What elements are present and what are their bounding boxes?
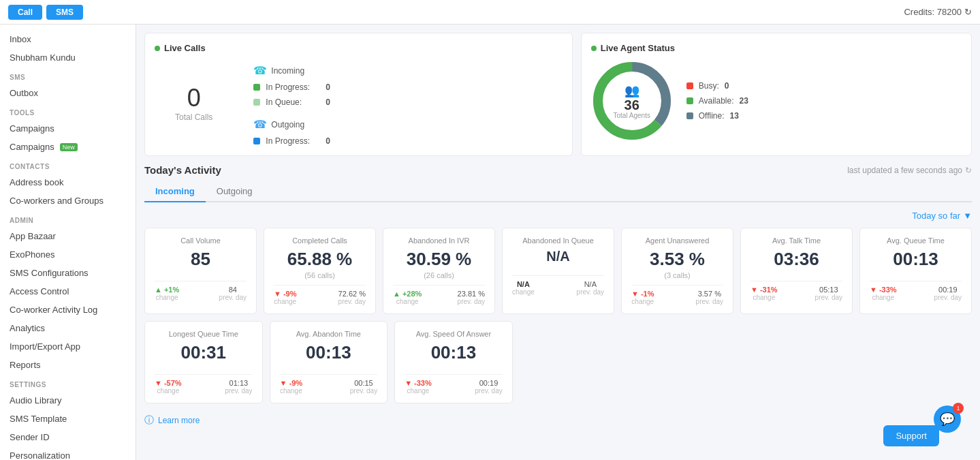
stat-change-label: change (280, 387, 302, 395)
last-updated: last updated a few seconds ago ↻ (847, 166, 972, 175)
sidebar-section-admin: ADMIN (0, 210, 136, 227)
in-queue-row: In Queue: 0 (253, 97, 330, 107)
refresh-icon[interactable]: ↻ (965, 166, 972, 175)
sidebar-item-personalization[interactable]: Personalization (0, 446, 136, 460)
sidebar-item-campaigns[interactable]: Campaigns (0, 119, 136, 138)
main-content: Live Calls 0 Total Calls ☎ Incoming (136, 25, 980, 460)
stat-card-footer: ▼ -57% change 01:13 prev. day (155, 374, 253, 395)
total-agents-number: 36 (613, 98, 650, 112)
change-col: N/A change (512, 280, 535, 296)
stat-card-value: 00:31 (155, 342, 253, 363)
busy-dot (686, 82, 693, 89)
stat-prev-label: prev. day (475, 387, 502, 395)
stat-card-value: 65.88 % (274, 249, 366, 270)
stat-change: ▼ -1% (631, 290, 654, 298)
stat-prev: 00:19 (938, 286, 958, 294)
sidebar-item-exophones[interactable]: ExoPhones (0, 245, 136, 264)
available-row: Available: 23 (686, 96, 748, 106)
sidebar-item-sms-template[interactable]: SMS Template (0, 410, 136, 428)
stat-card: Avg. Speed Of Answer 00:13 ▼ -33% change… (394, 321, 513, 403)
donut-center: 👥 36 Total Agents (613, 83, 650, 119)
stat-card-value: 3.53 % (631, 249, 723, 270)
support-button[interactable]: Support (883, 425, 939, 446)
total-calls-number: 0 (187, 84, 201, 112)
stat-card-value: 30.59 % (393, 249, 485, 270)
prev-col: 00:19 prev. day (934, 286, 962, 301)
live-dot (155, 46, 160, 51)
period-button[interactable]: Today so far ▼ (912, 211, 972, 221)
outgoing-in-progress-row: In Progress: 0 (253, 136, 330, 146)
sidebar-item-reports[interactable]: Reports (0, 356, 136, 374)
stat-card-title: Abandoned In IVR (393, 236, 485, 245)
chat-button[interactable]: 💬 1 (934, 405, 961, 433)
stat-change-label: change (872, 294, 894, 301)
stat-card-title: Call Volume (155, 236, 247, 245)
stat-prev-label: prev. day (458, 298, 485, 305)
call-button[interactable]: Call (8, 5, 42, 20)
sidebar-item-coworkers[interactable]: Co-workers and Groups (0, 191, 136, 210)
sidebar: Inbox Shubham Kundu SMS Outbox TOOLS Cam… (0, 25, 136, 460)
change-col: ▼ -31% change (750, 286, 778, 301)
prev-col: 00:15 prev. day (350, 379, 377, 395)
sms-button[interactable]: SMS (46, 5, 83, 20)
outgoing-section-label: ☎ Outgoing (253, 118, 330, 131)
new-badge: New (60, 143, 78, 151)
stat-card-value: 00:13 (405, 342, 503, 363)
in-progress-row: In Progress: 0 (253, 82, 330, 92)
stat-change-label: change (512, 288, 535, 296)
todays-activity-title: Today's Activity (144, 164, 221, 176)
tab-incoming[interactable]: Incoming (144, 181, 206, 202)
stat-card-sub: (3 calls) (631, 271, 723, 279)
sidebar-item[interactable]: Shubham Kundu (0, 48, 136, 67)
stat-card: Longest Queue Time 00:31 ▼ -57% change 0… (144, 321, 263, 403)
stat-change: ▼ -9% (274, 290, 297, 298)
prev-col: 72.62 % prev. day (338, 290, 366, 305)
outgoing-in-progress-dot (253, 138, 260, 144)
change-col: ▲ +1% change (155, 286, 179, 301)
stat-change-label: change (274, 298, 296, 305)
stat-prev-label: prev. day (696, 298, 723, 305)
stat-card-value: 00:13 (870, 249, 962, 270)
stat-change: ▼ -31% (750, 286, 778, 294)
stats-grid-1: Call Volume 85 ▲ +1% change 84 prev. day… (144, 228, 972, 314)
sidebar-item-coworker-activity[interactable]: Co-worker Activity Log (0, 301, 136, 319)
sidebar-item-sender-id[interactable]: Sender ID (0, 428, 136, 446)
sidebar-item-access-control[interactable]: Access Control (0, 282, 136, 301)
sidebar-item-import-export[interactable]: Import/Export App (0, 337, 136, 356)
todays-activity-header: Today's Activity last updated a few seco… (144, 164, 972, 176)
sidebar-section-contacts: CONTACTS (0, 156, 136, 173)
sidebar-item-address-book[interactable]: Address book (0, 173, 136, 191)
tab-outgoing[interactable]: Outgoing (206, 181, 264, 202)
stat-card: Call Volume 85 ▲ +1% change 84 prev. day (144, 228, 257, 314)
prev-col: 23.81 % prev. day (458, 290, 485, 305)
change-col: ▼ -1% change (631, 290, 654, 305)
in-progress-dot (253, 84, 260, 91)
stat-change: ▼ -9% (280, 379, 303, 387)
live-row: Live Calls 0 Total Calls ☎ Incoming (144, 33, 972, 156)
sidebar-item-outbox[interactable]: Outbox (0, 84, 136, 102)
sidebar-item-sms-config[interactable]: SMS Configurations (0, 264, 136, 282)
info-icon: ⓘ (144, 414, 154, 427)
stat-change: ▲ +1% (155, 286, 179, 294)
stat-card-footer: ▲ +1% change 84 prev. day (155, 281, 247, 301)
sidebar-item-campaigns-new[interactable]: CampaignsNew (0, 138, 136, 156)
stat-prev: 72.62 % (338, 290, 366, 298)
stat-prev: 00:19 (479, 379, 499, 387)
stat-change-label: change (631, 298, 654, 305)
stat-change-label: change (753, 294, 775, 301)
learn-more[interactable]: ⓘ Learn more (144, 410, 972, 431)
stat-change: N/A (517, 280, 530, 288)
stats-grid-2: Longest Queue Time 00:31 ▼ -57% change 0… (144, 321, 513, 403)
stat-card-sub: (26 calls) (393, 271, 485, 279)
stat-card-value: 03:36 (750, 249, 842, 270)
sidebar-section-tools: TOOLS (0, 102, 136, 119)
main-layout: Inbox Shubham Kundu SMS Outbox TOOLS Cam… (0, 25, 980, 460)
stat-prev: 84 (229, 286, 237, 294)
sidebar-item-audio-library[interactable]: Audio Library (0, 391, 136, 410)
stat-prev-label: prev. day (815, 294, 842, 301)
sidebar-item[interactable]: Inbox (0, 30, 136, 48)
chat-icon: 💬 (940, 412, 955, 427)
sidebar-item-app-bazaar[interactable]: App Bazaar (0, 227, 136, 245)
sidebar-item-analytics[interactable]: Analytics (0, 319, 136, 337)
chat-badge: 1 (953, 403, 964, 414)
